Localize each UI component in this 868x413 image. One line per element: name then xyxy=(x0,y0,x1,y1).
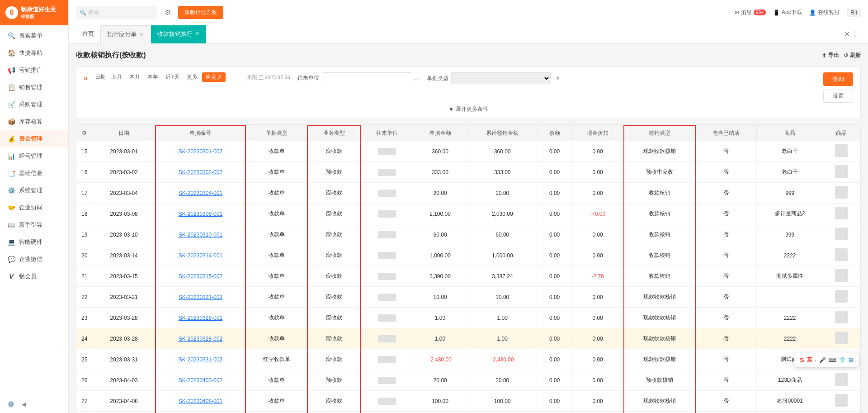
cell-doc-no: SK-20230304-001 xyxy=(156,183,246,204)
col-header-discount[interactable]: 现金折扣 xyxy=(571,125,624,141)
filter-date-custom[interactable]: 自定义 xyxy=(202,72,226,82)
cell-biz-type: 应收款 xyxy=(307,287,360,308)
col-header-doc-type[interactable]: 单据类型 xyxy=(245,125,307,141)
sidebar-item-inventory[interactable]: 📦 库存核算 xyxy=(0,113,68,130)
col-header-gear[interactable]: ⚙ xyxy=(76,125,93,141)
cell-seq: 17 xyxy=(76,183,93,204)
sidebar-item-search[interactable]: 🔍 搜索菜单 xyxy=(0,27,68,44)
col-header-biz-type[interactable]: 业务类型 xyxy=(307,125,360,141)
refresh-btn[interactable]: ↺ 刷新 xyxy=(844,52,861,59)
sidebar-item-finance[interactable]: 💰 资金管理 xyxy=(0,130,68,147)
tab-collection[interactable]: 收款核销执行 ✕ xyxy=(151,25,206,43)
col-header-inc-settled[interactable]: 包含已结清 xyxy=(695,125,757,141)
col-header-doc-no[interactable]: 单据编号 xyxy=(156,125,246,141)
col-header-partner[interactable]: 往来单位 xyxy=(360,125,413,141)
sidebar-item-operations[interactable]: 📊 经营管理 xyxy=(0,147,68,165)
cell-biz-type: 预收款 xyxy=(307,370,360,391)
messages-item[interactable]: ✉ 消息 99+ xyxy=(735,9,766,16)
col-header-date[interactable]: 日期 xyxy=(93,125,156,141)
sidebar-item-quick-nav[interactable]: 🏠 快捷导航 xyxy=(0,44,68,62)
doc-no-link[interactable]: SK-20230315-002 xyxy=(179,273,222,280)
page-actions: ⬆ 导出 ↺ 刷新 xyxy=(822,52,861,59)
filter-expand-toggle[interactable]: » xyxy=(84,74,88,82)
float-toolbar: S 英 · 🎤 ⌨ 👕 ⊞ xyxy=(794,352,859,368)
app-download-item[interactable]: 📱 App下载 xyxy=(773,9,802,16)
doc-no-link[interactable]: SK-20230328-002 xyxy=(179,336,222,342)
doc-no-link[interactable]: SK-20230308-001 xyxy=(179,211,222,217)
doc-no-link[interactable]: SK-20230321-003 xyxy=(179,294,222,300)
sidebar-item-marketing[interactable]: 📢 营销推广 xyxy=(0,62,68,79)
footer-collapse[interactable]: ◀ xyxy=(22,401,26,408)
col-header-goods1[interactable]: 商品 xyxy=(757,125,823,141)
tab-pre-order[interactable]: 预计应付单 ✕ xyxy=(100,25,150,43)
settings-btn[interactable]: 设置 xyxy=(823,90,853,103)
sidebar-item-sales[interactable]: 📋 销售管理 xyxy=(0,79,68,96)
col-header-goods2[interactable]: 商品 xyxy=(823,125,860,141)
sidebar-item-enterprise[interactable]: 🤝 企业协同 xyxy=(0,199,68,216)
cell-goods2 xyxy=(823,328,860,349)
filter-date-more[interactable]: 更多 xyxy=(184,72,200,82)
filter-partner-input[interactable] xyxy=(322,72,412,83)
sogou-shirt-icon[interactable]: 👕 xyxy=(839,357,846,363)
sidebar-item-basic[interactable]: 📑 基础信息 xyxy=(0,165,68,182)
sidebar-item-hardware[interactable]: 💻 智能硬件 xyxy=(0,233,68,251)
query-btn[interactable]: 查询 xyxy=(823,72,853,86)
col-header-cum-amount[interactable]: 累计核销金额 xyxy=(467,125,538,141)
doc-no-link[interactable]: SK-20230302-002 xyxy=(179,169,222,176)
topbar-gear-icon[interactable]: ⚙ xyxy=(163,6,173,19)
doc-no-link[interactable]: SK-20230301-002 xyxy=(179,148,222,155)
cell-doc-type: 收款单 xyxy=(245,162,307,183)
filter-date-this-month[interactable]: 本月 xyxy=(127,72,143,82)
sogou-grid-icon[interactable]: ⊞ xyxy=(849,357,853,363)
phone-icon: 📱 xyxy=(773,9,780,16)
user-account[interactable]: Rit xyxy=(847,9,861,17)
cell-discount: 0.00 xyxy=(571,391,624,412)
cell-doc-type: 收款单 xyxy=(245,266,307,287)
filter-date-this-year[interactable]: 本年 xyxy=(145,72,161,82)
topbar-search[interactable]: 🔍 搜索 xyxy=(76,6,157,19)
tab-close-icon[interactable]: ✕ xyxy=(844,30,850,38)
page-title: 收款核销执行(按收款) xyxy=(76,51,146,60)
cell-date: 2023-03-14 xyxy=(93,245,156,266)
doc-no-link[interactable]: SK-20230403-002 xyxy=(179,377,222,384)
col-header-amount[interactable]: 单据金额 xyxy=(413,125,467,141)
inventory-icon: 📦 xyxy=(7,118,15,125)
filter-date-last-month[interactable]: 上月 xyxy=(108,72,125,82)
cell-cancel-type: 现款收款核销 xyxy=(624,308,695,328)
tab-home[interactable]: 首页 xyxy=(76,25,100,43)
sidebar-item-system[interactable]: ⚙️ 系统管理 xyxy=(0,182,68,199)
filter-doctype-select[interactable] xyxy=(451,72,551,84)
doc-no-link[interactable]: SK-20230328-001 xyxy=(179,315,222,321)
doc-no-link[interactable]: SK-20230304-001 xyxy=(179,190,222,196)
message-badge: 99+ xyxy=(754,9,766,15)
sidebar-item-member[interactable]: V 畅会员 xyxy=(0,268,68,285)
tab-close-collection[interactable]: ✕ xyxy=(195,31,199,37)
industry-btn[interactable]: 体验行业方案 xyxy=(178,6,223,19)
tab-expand-icon[interactable]: ⛶ xyxy=(854,30,861,38)
cell-partner xyxy=(360,308,413,328)
table-row: 162023-03-02SK-20230302-002收款单预收款333.003… xyxy=(76,162,860,183)
export-btn[interactable]: ⬆ 导出 xyxy=(822,52,839,59)
online-service-item[interactable]: 👤 在线客服 xyxy=(809,9,840,16)
cell-goods1: 2222 xyxy=(757,245,823,266)
doc-no-link[interactable]: SK-20230408-001 xyxy=(179,398,222,404)
search-icon: 🔍 xyxy=(80,9,86,16)
doc-no-link[interactable]: SK-20230314-001 xyxy=(179,252,222,259)
sidebar-item-wechat[interactable]: 💬 企业微信 xyxy=(0,251,68,268)
col-header-balance[interactable]: 余额 xyxy=(538,125,571,141)
sogou-mic-icon[interactable]: 🎤 xyxy=(819,357,826,363)
cell-balance: 0.00 xyxy=(538,370,571,391)
filter-expand-row[interactable]: ▼ 展开更多条件 xyxy=(84,105,853,113)
cell-goods1: 测试多属性 xyxy=(757,266,823,287)
sidebar-item-purchase[interactable]: 🛒 采购管理 xyxy=(0,96,68,113)
doc-no-link[interactable]: SK-20230310-001 xyxy=(179,232,222,238)
sidebar-item-guide[interactable]: 📖 新手引导 xyxy=(0,216,68,233)
cell-goods1 xyxy=(757,287,823,308)
col-header-cancel-type[interactable]: 核销类型 xyxy=(624,125,695,141)
sogou-keyboard-icon[interactable]: ⌨ xyxy=(829,357,836,363)
footer-settings[interactable]: ⚙️ xyxy=(7,401,14,408)
tab-close-pre-order[interactable]: ✕ xyxy=(139,32,143,38)
cell-doc-no: SK-20230321-003 xyxy=(156,287,246,308)
doc-no-link[interactable]: SK-20230331-002 xyxy=(179,356,222,363)
filter-date-7days[interactable]: 近7天 xyxy=(163,72,182,82)
